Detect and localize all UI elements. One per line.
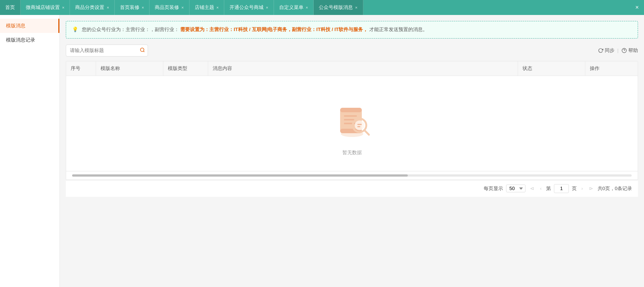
tab-custom-menu[interactable]: 自定义菜单 × bbox=[274, 0, 314, 15]
refresh-icon bbox=[598, 48, 603, 53]
svg-point-12 bbox=[355, 120, 364, 130]
search-input-wrap bbox=[66, 45, 148, 57]
tab-product-decor[interactable]: 商品页装修 × bbox=[150, 0, 189, 15]
help-button[interactable]: 帮助 bbox=[622, 47, 638, 54]
notice-icon: 💡 bbox=[72, 27, 78, 32]
svg-rect-14 bbox=[357, 124, 362, 125]
svg-rect-15 bbox=[357, 126, 360, 127]
tab-bar-close-all[interactable]: × bbox=[630, 4, 644, 11]
table-header: 序号 模版名称 模版类型 消息内容 状态 操作 bbox=[66, 61, 638, 76]
sidebar: 模版消息 模版消息记录 bbox=[0, 15, 60, 287]
last-page-button[interactable]: ⊳ bbox=[588, 185, 595, 192]
col-status: 状态 bbox=[518, 61, 585, 76]
page-label: 第 bbox=[546, 185, 551, 192]
svg-rect-8 bbox=[344, 115, 357, 117]
svg-rect-6 bbox=[340, 108, 362, 112]
next-page-button[interactable]: › bbox=[580, 185, 584, 192]
search-bar: 同步 | 帮助 bbox=[66, 45, 638, 57]
pagination: 每页显示 50 10 20 100 ⊲ ‹ 第 页 › ⊳ 共0页，0条记录 bbox=[66, 180, 638, 197]
horizontal-scrollbar[interactable] bbox=[72, 174, 632, 177]
notice-highlight: 需要设置为：主营行业：IT科技 / 互联网|电子商务，副营行业：IT科技 / I… bbox=[180, 27, 368, 32]
tab-close-category[interactable]: × bbox=[107, 5, 109, 10]
col-action: 操作 bbox=[585, 61, 638, 76]
col-index: 序号 bbox=[66, 61, 96, 76]
col-type: 模版类型 bbox=[163, 61, 208, 76]
search-button[interactable] bbox=[140, 47, 145, 54]
notice-box: 💡 您的公众号行业为：主营行业：，副营行业： 需要设置为：主营行业：IT科技 /… bbox=[66, 21, 638, 39]
help-icon bbox=[622, 48, 627, 53]
tab-template-msg[interactable]: 公众号模版消息 × bbox=[314, 0, 363, 15]
first-page-button[interactable]: ⊲ bbox=[529, 185, 536, 192]
tab-close-product-decor[interactable]: × bbox=[181, 5, 184, 10]
tab-close-open-mall[interactable]: × bbox=[266, 5, 268, 10]
prev-page-button[interactable]: ‹ bbox=[539, 185, 543, 192]
search-input[interactable] bbox=[66, 45, 148, 57]
data-table: 序号 模版名称 模版类型 消息内容 状态 操作 bbox=[66, 61, 638, 180]
horizontal-scroll-area bbox=[66, 171, 638, 180]
scrollbar-thumb[interactable] bbox=[72, 174, 408, 177]
content-area: 💡 您的公众号行业为：主营行业：，副营行业： 需要设置为：主营行业：IT科技 /… bbox=[60, 15, 644, 287]
tab-close-home-decor[interactable]: × bbox=[142, 5, 144, 10]
page-unit: 页 bbox=[572, 185, 577, 192]
tab-close-shop-theme[interactable]: × bbox=[216, 5, 219, 10]
tab-open-mall[interactable]: 开通公众号商城 × bbox=[224, 0, 274, 15]
empty-text: 暂无数据 bbox=[342, 149, 362, 156]
tab-home-decor[interactable]: 首页装修 × bbox=[115, 0, 150, 15]
tab-shop-theme[interactable]: 店铺主题 × bbox=[189, 0, 224, 15]
svg-line-1 bbox=[144, 51, 145, 52]
sidebar-item-template-records[interactable]: 模版消息记录 bbox=[0, 33, 59, 47]
empty-state: 暂无数据 bbox=[66, 76, 638, 171]
page-size-label: 每页显示 bbox=[484, 185, 503, 192]
tab-close-template-msg[interactable]: × bbox=[355, 5, 357, 10]
toolbar-right: 同步 | 帮助 bbox=[598, 47, 638, 54]
col-name: 模版名称 bbox=[96, 61, 163, 76]
tab-shop-settings[interactable]: 微商城店铺设置 × bbox=[21, 0, 70, 15]
svg-rect-9 bbox=[344, 119, 354, 120]
tab-home[interactable]: 首页 bbox=[0, 0, 21, 15]
main-layout: 模版消息 模版消息记录 💡 您的公众号行业为：主营行业：，副营行业： 需要设置为… bbox=[0, 15, 644, 287]
total-info: 共0页，0条记录 bbox=[598, 185, 632, 192]
tab-close-shop-settings[interactable]: × bbox=[62, 5, 64, 10]
empty-icon bbox=[330, 98, 375, 143]
search-icon bbox=[140, 47, 145, 52]
sync-button[interactable]: 同步 bbox=[598, 47, 614, 54]
tab-bar: 首页 微商城店铺设置 × 商品分类设置 × 首页装修 × 商品页装修 × 店铺主… bbox=[0, 0, 644, 15]
svg-point-0 bbox=[141, 48, 144, 51]
toolbar-divider: | bbox=[617, 48, 619, 53]
col-content: 消息内容 bbox=[208, 61, 518, 76]
tab-category-settings[interactable]: 商品分类设置 × bbox=[70, 0, 114, 15]
page-input[interactable] bbox=[554, 184, 569, 193]
page-size-select[interactable]: 50 10 20 100 bbox=[506, 184, 526, 192]
tab-close-custom-menu[interactable]: × bbox=[306, 5, 308, 10]
svg-line-13 bbox=[364, 130, 369, 135]
sidebar-item-template-msg[interactable]: 模版消息 bbox=[0, 19, 59, 33]
